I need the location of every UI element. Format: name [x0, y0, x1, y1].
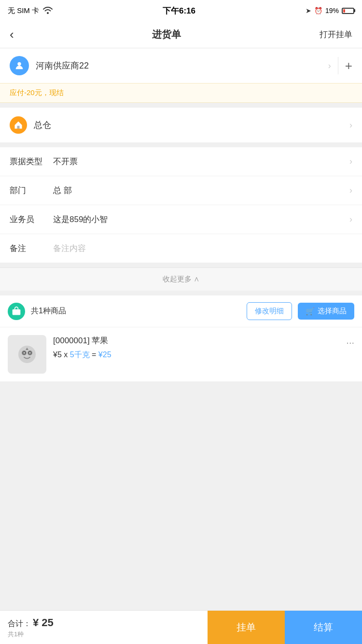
location-icon: ➤: [306, 7, 311, 14]
invoice-type-value: 不开票: [53, 156, 349, 167]
carrier-label: 无 SIM 卡: [8, 6, 39, 15]
salesman-row[interactable]: 业务员 这是859的小智 ›: [0, 205, 362, 234]
note-label: 备注: [10, 243, 53, 254]
bottom-spacer: [0, 386, 362, 425]
form-section: 票据类型 不开票 › 部门 总 部 › 业务员 这是859的小智 › 备注 备注…: [0, 147, 362, 263]
chevron-right-icon: ›: [349, 120, 352, 130]
bottom-bar: 合计： ¥ 25 共1种 挂单 结算: [0, 610, 362, 644]
supplier-row[interactable]: 河南供应商22 › +: [0, 48, 362, 83]
status-bar: 无 SIM 卡 下午6:16 ➤ ⏰ 19%: [0, 0, 362, 21]
chevron-right-icon: ›: [328, 61, 331, 71]
add-button[interactable]: +: [345, 58, 352, 73]
chevron-right-icon: ›: [349, 156, 352, 167]
total-count: 共1种: [8, 630, 200, 639]
product-price: ¥5 x 5千克 = ¥25: [53, 350, 339, 360]
product-name: [0000001] 苹果: [53, 335, 339, 346]
battery-label: 19%: [325, 7, 339, 14]
status-time: 下午6:16: [163, 5, 195, 16]
supplier-section: 河南供应商22 › + 应付-20元，现结: [0, 48, 362, 103]
products-section: 共1种商品 修改明细 🛒 选择商品: [0, 295, 362, 381]
vertical-divider: [338, 57, 338, 74]
supplier-avatar: [10, 56, 29, 75]
invoice-type-label: 票据类型: [10, 156, 53, 167]
total-label: 合计：: [8, 619, 31, 629]
product-menu-button[interactable]: ···: [346, 337, 354, 348]
cart-icon: 🛒: [306, 307, 315, 316]
warehouse-row[interactable]: 总仓 ›: [0, 108, 362, 142]
department-value: 总 部: [53, 185, 349, 196]
suspend-button[interactable]: 挂单: [208, 611, 285, 644]
products-icon: [8, 303, 25, 320]
svg-rect-2: [13, 309, 21, 315]
product-thumbnail: [8, 335, 46, 374]
notice-text: 应付-20元，现结: [10, 88, 64, 97]
salesman-value: 这是859的小智: [53, 214, 349, 225]
warehouse-section: 总仓 ›: [0, 108, 362, 142]
battery-icon: [342, 8, 354, 14]
salesman-label: 业务员: [10, 214, 53, 225]
notice-bar: 应付-20元，现结: [0, 83, 362, 103]
select-product-button[interactable]: 🛒 选择商品: [298, 303, 354, 320]
department-row[interactable]: 部门 总 部 ›: [0, 176, 362, 205]
chevron-right-icon: ›: [349, 185, 352, 196]
note-placeholder: 备注内容: [53, 243, 352, 254]
chevron-right-icon: ›: [349, 214, 352, 224]
alarm-icon: ⏰: [314, 7, 322, 14]
status-left: 无 SIM 卡: [8, 6, 53, 15]
total-amount: ¥ 25: [33, 616, 54, 629]
svg-point-8: [24, 352, 25, 354]
product-info: [0000001] 苹果 ¥5 x 5千克 = ¥25: [53, 335, 339, 360]
collapse-label: 收起更多 ∧: [163, 275, 199, 283]
page-title: 进货单: [152, 28, 181, 41]
status-right: ➤ ⏰ 19%: [306, 7, 354, 14]
product-count-label: 共1种商品: [31, 306, 241, 316]
wifi-icon: [43, 6, 53, 15]
checkout-button[interactable]: 结算: [285, 611, 362, 644]
warehouse-icon: [10, 116, 27, 134]
svg-point-9: [29, 352, 31, 354]
department-label: 部门: [10, 185, 53, 196]
back-button[interactable]: ‹: [10, 27, 14, 42]
svg-rect-1: [17, 126, 20, 129]
svg-point-0: [17, 62, 21, 66]
products-header: 共1种商品 修改明细 🛒 选择商品: [0, 295, 362, 327]
supplier-name: 河南供应商22: [36, 60, 328, 71]
nav-bar: ‹ 进货单 打开挂单: [0, 21, 362, 48]
total-section: 合计： ¥ 25 共1种: [0, 611, 208, 644]
collapse-bar[interactable]: 收起更多 ∧: [0, 267, 362, 291]
open-pending-button[interactable]: 打开挂单: [320, 29, 352, 40]
product-item: [0000001] 苹果 ¥5 x 5千克 = ¥25 ···: [0, 327, 362, 381]
main-content: 河南供应商22 › + 应付-20元，现结 总仓 › 票据类型 不开票 ›: [0, 48, 362, 425]
note-row[interactable]: 备注 备注内容: [0, 234, 362, 263]
warehouse-name: 总仓: [34, 119, 349, 131]
edit-detail-button[interactable]: 修改明细: [247, 302, 292, 320]
invoice-type-row[interactable]: 票据类型 不开票 ›: [0, 147, 362, 176]
